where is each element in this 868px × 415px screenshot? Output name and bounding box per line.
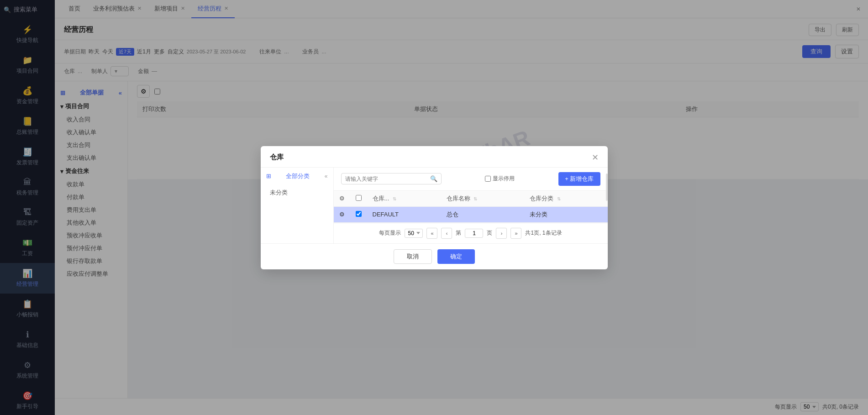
total-record-label: 共1页, 1条记录 [525,229,562,237]
next-page-button[interactable]: › [496,228,507,239]
dialog-right-panel: 🔍 显示停用 + 新增仓库 ⚙ [334,168,608,243]
prev-page-button[interactable]: ‹ [441,228,452,239]
dialog-table: ⚙ 仓库... ⇅ 仓库名称 ⇅ [334,191,608,223]
show-disabled-checkbox[interactable] [485,176,491,182]
row-name: 总仓 [441,206,524,222]
confirm-button[interactable]: 确定 [437,249,475,264]
dialog-header: 仓库 ✕ [261,146,608,168]
last-page-button[interactable]: » [510,228,521,239]
table-row[interactable]: ⚙ DEFAULT 总仓 未分类 [334,206,608,222]
dialog-title: 仓库 [270,153,284,162]
col-gear: ⚙ [334,191,350,207]
row-gear-icon: ⚙ [339,211,345,218]
sort-cat-icon: ⇅ [557,196,561,201]
search-icon2: 🔍 [430,175,437,182]
unclassified-item[interactable]: 未分类 [261,185,333,200]
col-name: 仓库名称 ⇅ [441,191,524,207]
row-category: 未分类 [524,206,607,222]
dialog-select-all[interactable] [356,195,362,201]
sort-code-icon: ⇅ [393,196,396,201]
dialog-search-input[interactable] [345,176,427,182]
dialog-body: ⊞ 全部分类 « 未分类 🔍 [261,168,608,243]
add-warehouse-button[interactable]: + 新增仓库 [558,172,600,186]
dialog-table-container: ⚙ 仓库... ⇅ 仓库名称 ⇅ [334,191,608,223]
col-category: 仓库分类 ⇅ [524,191,607,207]
dialog-per-page-label: 每页显示 [379,229,401,237]
dialog-overlay: 仓库 ✕ ⊞ 全部分类 « 未分类 [0,0,868,415]
all-category-label: 全部分类 [286,172,310,180]
dialog-left-panel: ⊞ 全部分类 « 未分类 [261,168,334,243]
dialog-search-box[interactable]: 🔍 [341,173,442,184]
show-disabled-checkbox-label[interactable]: 显示停用 [485,175,515,183]
all-category-header[interactable]: ⊞ 全部分类 « [261,168,333,185]
dialog-toolbar: 🔍 显示停用 + 新增仓库 [334,168,608,191]
grid-icon2: ⊞ [266,173,271,179]
row-gear: ⚙ [334,206,350,222]
first-page-button[interactable]: « [426,228,437,239]
page-label: 第 [456,229,461,237]
show-disabled-label: 显示停用 [493,175,515,183]
dialog-per-page-select[interactable]: 50 [405,229,423,238]
col-code: 仓库... ⇅ [367,191,441,207]
current-page-input[interactable] [465,229,483,238]
row-check[interactable] [350,206,367,222]
dialog-footer: 取消 确定 [261,243,608,269]
warehouse-dialog: 仓库 ✕ ⊞ 全部分类 « 未分类 [261,146,608,269]
dialog-close-button[interactable]: ✕ [592,152,599,163]
row-checkbox[interactable] [356,211,362,217]
col-check [350,191,367,207]
cancel-button[interactable]: 取消 [394,249,432,264]
page-suffix: 页 [487,229,492,237]
row-code: DEFAULT [367,206,441,222]
left-panel-collapse[interactable]: « [325,173,328,179]
dialog-pagination: 每页显示 50 « ‹ 第 页 › » 共1页, 1条记录 [334,223,608,243]
sort-name-icon: ⇅ [473,196,477,201]
